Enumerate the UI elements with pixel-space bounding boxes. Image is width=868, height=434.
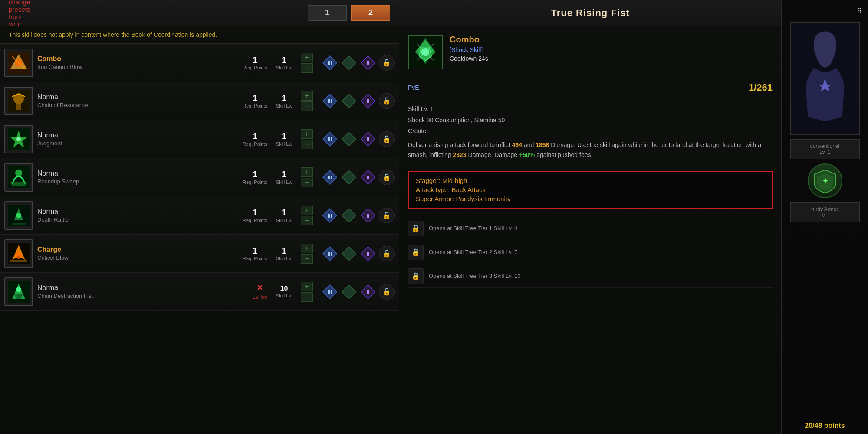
- skill-info: Normal Judgment: [37, 131, 234, 147]
- stat-req: 1 Req. Points: [243, 132, 267, 147]
- lv-value: 1: [282, 55, 286, 64]
- skill-row[interactable]: Normal Roundup Sweep 1 Req. Points 1 Ski…: [0, 158, 399, 196]
- plus-btn[interactable]: +: [301, 129, 313, 139]
- skill-row[interactable]: Normal Judgment 1 Req. Points 1 Skill Lv…: [0, 120, 399, 158]
- minus-btn[interactable]: −: [301, 178, 313, 187]
- gem-tier1: I: [341, 284, 357, 300]
- plus-minus: + −: [301, 167, 313, 187]
- stat-lv: 1 Skill Lv.: [276, 246, 292, 261]
- skill-consumption: Shock 30 Consumption, Stamina 50: [408, 115, 773, 125]
- gem-section: III I II: [322, 55, 395, 71]
- sturdy-armor-level: Lv. 1: [794, 212, 856, 219]
- tree-item-1: 🔒 Opens at Skill Tree Tier 1 Skill Lv. 4: [408, 217, 773, 240]
- skill-name: Judgment: [37, 140, 234, 147]
- lv-label: Skill Lv.: [276, 179, 292, 185]
- far-right-panel: 6 conventional Lv. 1 ✦ tu: [781, 0, 868, 434]
- sturdy-armor-label: turdy Armor: [794, 206, 856, 212]
- skill-icon-charge: [4, 239, 33, 268]
- req-label: Req. Points: [243, 141, 267, 147]
- lv-label: Skill Lv.: [276, 218, 292, 223]
- minus-btn[interactable]: −: [301, 216, 313, 225]
- req-value: 1: [253, 208, 257, 217]
- gem-tier2: II: [360, 245, 376, 262]
- skill-stats: 1 Req. Points 1 Skill Lv. + −: [243, 167, 395, 187]
- preset-btn-2[interactable]: 2: [351, 5, 390, 21]
- skill-stats: 1 Req. Points 1 Skill Lv. + −: [243, 53, 395, 73]
- svg-text:II: II: [367, 98, 370, 104]
- main-container: You cannot change presets from your curr…: [0, 0, 868, 434]
- skill-info: Normal Roundup Sweep: [37, 170, 234, 185]
- conventional-label: conventional: [794, 143, 856, 149]
- lock-icon: 🔒: [379, 208, 395, 223]
- skill-type: Normal: [37, 131, 234, 139]
- book-notice: This skill does not apply in content whe…: [0, 26, 399, 44]
- lv-label: Skill Lv.: [276, 141, 292, 147]
- plus-minus: + −: [301, 53, 313, 73]
- dmg-value-1: 464: [512, 141, 522, 148]
- req-label: Req. Points: [243, 218, 267, 223]
- tree-item-3: 🔒 Opens at Skill Tree Tier 3 Skill Lv. 1…: [408, 265, 773, 288]
- skill-row[interactable]: Normal Death Rattle 1 Req. Points 1 Skil…: [0, 196, 399, 235]
- req-value: 1: [253, 55, 257, 64]
- minus-btn[interactable]: −: [301, 63, 313, 73]
- gem-tier3: III: [322, 245, 338, 262]
- skill-row[interactable]: Combo Iron Cannon Blow 1 Req. Points 1 S…: [0, 44, 399, 82]
- skill-row[interactable]: Normal Chain of Resonance 1 Req. Points …: [0, 82, 399, 120]
- skill-header: True Rising Fist: [399, 0, 781, 26]
- skill-row[interactable]: Charge Critical Blow 1 Req. Points 1 Ski…: [0, 235, 399, 273]
- req-value: 1: [253, 132, 257, 140]
- gem-tier2: II: [360, 93, 376, 109]
- skill-type: Normal: [37, 170, 234, 177]
- plus-minus: + −: [301, 244, 313, 264]
- conventional-box: conventional Lv. 1: [790, 139, 860, 159]
- skill-stats: 1 Req. Points 1 Skill Lv. + −: [243, 206, 395, 225]
- lv-value: 1: [282, 170, 286, 179]
- detail-skill-name: Combo: [450, 35, 773, 45]
- tree-lock-1: 🔒: [408, 221, 424, 236]
- minus-btn[interactable]: −: [301, 292, 313, 302]
- gem-tier3: III: [322, 169, 338, 186]
- bottom-points: 20/48 points: [805, 422, 845, 430]
- desc-end: against pushed foes.: [535, 151, 592, 158]
- lock-icon: 🔒: [379, 170, 395, 185]
- svg-point-54: [16, 287, 21, 292]
- lv-label: Skill Lv.: [276, 65, 292, 70]
- minus-btn[interactable]: −: [301, 140, 313, 149]
- plus-btn[interactable]: +: [301, 244, 313, 253]
- skill-stats: 1 Req. Points 1 Skill Lv. + −: [243, 91, 395, 111]
- minus-btn[interactable]: −: [301, 254, 313, 264]
- stat-req: 1 Req. Points: [243, 170, 267, 185]
- svg-point-46: [16, 253, 22, 259]
- plus-btn[interactable]: +: [301, 282, 313, 291]
- minus-btn[interactable]: −: [301, 101, 313, 111]
- svg-text:✦: ✦: [822, 177, 828, 185]
- svg-text:III: III: [328, 98, 332, 104]
- left-panel: You cannot change presets from your curr…: [0, 0, 399, 434]
- preset-btn-1[interactable]: 1: [308, 5, 347, 21]
- gem-section: III I II: [322, 169, 395, 186]
- gem-tier1: I: [341, 131, 357, 147]
- svg-point-22: [16, 137, 21, 141]
- skill-description: Skill Lv. 1 Shock 30 Consumption, Stamin…: [399, 97, 781, 166]
- plus-btn[interactable]: +: [301, 91, 313, 101]
- skill-icon-roundup: [4, 163, 33, 192]
- tree-text-1: Opens at Skill Tree Tier 1 Skill Lv. 4: [429, 225, 517, 232]
- lock-icon: 🔒: [379, 284, 395, 300]
- detail-cooldown: Cooldown 24s: [450, 55, 773, 62]
- tree-lock-3: 🔒: [408, 268, 424, 284]
- gem-section: III I II: [322, 207, 395, 224]
- attack-type-text: Attack type: Back Attack: [416, 186, 765, 193]
- gem-section: III I II: [322, 284, 395, 300]
- plus-btn[interactable]: +: [301, 53, 313, 62]
- stat-req: ✕ Lv. 55: [252, 283, 267, 300]
- stat-req: 1 Req. Points: [243, 94, 267, 108]
- skill-row[interactable]: Normal Chain Destruction Fist ✕ Lv. 55 1…: [0, 273, 399, 311]
- plus-btn[interactable]: +: [301, 206, 313, 215]
- svg-text:I: I: [348, 251, 349, 257]
- gem-tier2: II: [360, 284, 376, 300]
- svg-text:III: III: [328, 137, 332, 143]
- svg-point-38: [16, 213, 21, 218]
- stat-lv: 1 Skill Lv.: [276, 208, 292, 223]
- plus-btn[interactable]: +: [301, 167, 313, 177]
- gem-section: III I II: [322, 245, 395, 262]
